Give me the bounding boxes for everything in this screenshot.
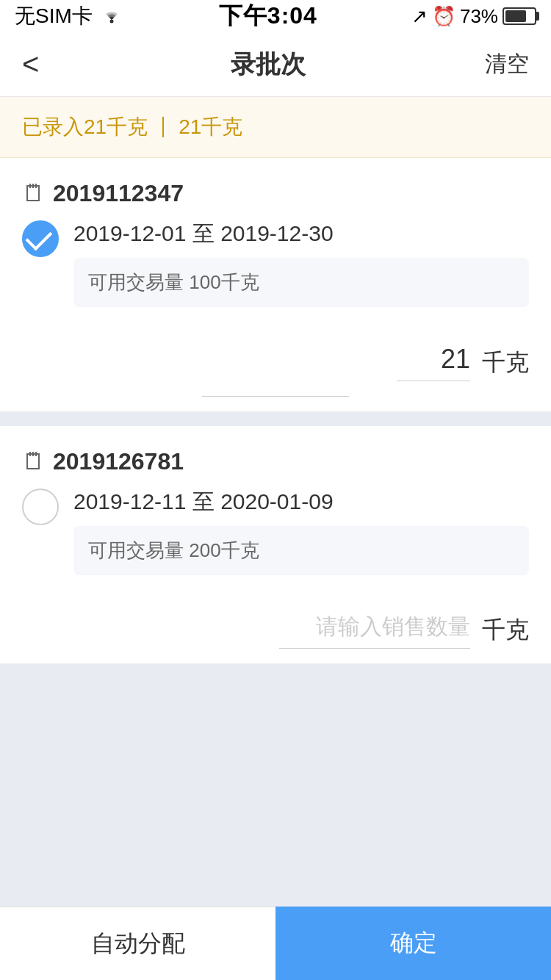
batch1-header: 🗒 2019112347 <box>22 180 529 207</box>
batch2-row: 2019-12-11 至 2020-01-09 可用交易量 200千克 <box>22 487 529 575</box>
batch2-doc-icon: 🗒 <box>22 448 46 475</box>
summary-label: 已录入21千克 <box>22 113 148 141</box>
batch1-info: 2019-12-01 至 2019-12-30 可用交易量 100千克 <box>73 219 529 307</box>
bottom-bar: 自动分配 确定 <box>0 907 551 980</box>
batch1-row: 2019-12-01 至 2019-12-30 可用交易量 100千克 <box>22 219 529 307</box>
carrier-text: 无SIM卡 <box>15 2 93 30</box>
batch2-date: 2019-12-11 至 2020-01-09 <box>73 487 529 517</box>
batch1-divider <box>202 396 349 397</box>
batch2-card: 🗒 2019126781 2019-12-11 至 2020-01-09 可用交… <box>0 426 551 664</box>
batch2-placeholder: 请输入销售数量 <box>316 614 470 638</box>
battery-percent: 73% <box>460 5 498 28</box>
batch1-checkbox[interactable] <box>22 220 59 257</box>
batch2-quantity-input[interactable]: 请输入销售数量 <box>279 612 470 649</box>
battery-icon <box>503 7 536 25</box>
batch1-quantity-row: 21 千克 <box>0 329 551 396</box>
batch1-card: 🗒 2019112347 2019-12-01 至 2019-12-30 可用交… <box>0 158 551 411</box>
batch2-id: 2019126781 <box>53 448 184 475</box>
status-time: 下午3:04 <box>219 0 317 32</box>
svg-point-0 <box>109 19 113 23</box>
batch1-id: 2019112347 <box>53 180 184 207</box>
summary-bar: 已录入21千克 21千克 <box>0 97 551 158</box>
batch2-available: 可用交易量 200千克 <box>73 526 529 575</box>
status-bar: 无SIM卡 下午3:04 ↗ ⏰ 73% <box>0 0 551 32</box>
summary-divider <box>162 117 164 137</box>
summary-amount: 21千克 <box>179 113 242 141</box>
batch2-info: 2019-12-11 至 2020-01-09 可用交易量 200千克 <box>73 487 529 575</box>
section-divider <box>0 411 551 426</box>
page-title: 录批次 <box>231 48 306 82</box>
batch2-unit: 千克 <box>482 614 529 646</box>
clear-button[interactable]: 清空 <box>470 49 529 79</box>
status-left: 无SIM卡 <box>15 2 125 30</box>
alarm-icon: ⏰ <box>432 5 455 28</box>
batch1-date: 2019-12-01 至 2019-12-30 <box>73 219 529 249</box>
batch1-unit: 千克 <box>482 347 529 379</box>
batch1-quantity-value: 21 <box>441 344 470 374</box>
batch1-doc-icon: 🗒 <box>22 180 46 207</box>
batch2-checkbox[interactable] <box>22 489 59 525</box>
batch1-available: 可用交易量 100千克 <box>73 258 529 307</box>
batch2-item: 🗒 2019126781 2019-12-11 至 2020-01-09 可用交… <box>0 426 551 597</box>
batch2-input-row: 请输入销售数量 千克 <box>0 597 551 664</box>
confirm-button[interactable]: 确定 <box>276 907 551 980</box>
status-right: ↗ ⏰ 73% <box>411 5 536 28</box>
location-icon: ↗ <box>411 5 428 28</box>
back-button[interactable]: < <box>22 48 66 81</box>
batch1-item: 🗒 2019112347 2019-12-01 至 2019-12-30 可用交… <box>0 158 551 329</box>
nav-bar: < 录批次 清空 <box>0 32 551 97</box>
batch2-header: 🗒 2019126781 <box>22 448 529 475</box>
auto-distribute-button[interactable]: 自动分配 <box>0 907 276 980</box>
wifi-icon <box>98 4 125 29</box>
batch1-quantity-input[interactable]: 21 <box>397 344 470 381</box>
